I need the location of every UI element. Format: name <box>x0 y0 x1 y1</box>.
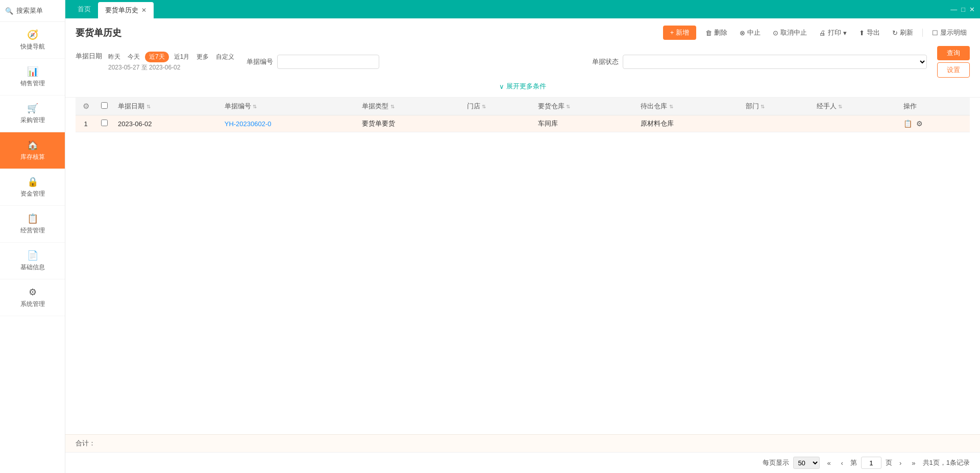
sidebar-item-label: 基础信息 <box>20 263 45 272</box>
select-all-checkbox[interactable] <box>101 102 108 109</box>
query-button[interactable]: 查询 <box>937 46 970 60</box>
checkbox-icon: ☐ <box>932 29 938 37</box>
print-dropdown-icon: ▾ <box>843 29 847 37</box>
bill-no-label: 单据编号 <box>247 57 273 66</box>
prev-page-btn[interactable]: ‹ <box>838 458 846 468</box>
operations-icon: 📋 <box>27 213 38 224</box>
sidebar-item-label: 采购管理 <box>20 116 45 125</box>
expand-button[interactable]: ∨ 展开更多条件 <box>499 82 546 91</box>
th-bill-type: 单据类型 ⇅ <box>357 98 461 115</box>
delete-button[interactable]: 🗑 删除 <box>702 26 730 39</box>
tab-home[interactable]: 首页 <box>70 0 98 18</box>
th-department: 部门 ⇅ <box>741 98 812 115</box>
cell-checkbox <box>96 115 113 132</box>
sales-icon: 📊 <box>27 66 38 77</box>
cancel-stop-button[interactable]: ⊙ 取消中止 <box>770 26 810 39</box>
first-page-btn[interactable]: « <box>824 458 834 468</box>
date-btn-more[interactable]: 更多 <box>194 52 211 62</box>
th-checkbox <box>96 98 113 115</box>
sidebar-item-quick-nav[interactable]: 🧭 快捷导航 <box>0 22 65 59</box>
date-btn-today[interactable]: 今天 <box>126 52 142 62</box>
sort-req-warehouse-icon[interactable]: ⇅ <box>566 104 570 109</box>
sort-pending-warehouse-icon[interactable]: ⇅ <box>669 104 673 109</box>
page-title: 要货单历史 <box>76 27 121 39</box>
sidebar-item-basic-info[interactable]: 📄 基础信息 <box>0 243 65 279</box>
per-page-select[interactable]: 50 100 <box>793 457 820 469</box>
th-date: 单据日期 ⇅ <box>113 98 219 115</box>
sort-bill-type-icon[interactable]: ⇅ <box>390 104 395 109</box>
sidebar-item-inventory[interactable]: 🏠 库存核算 <box>0 132 65 169</box>
inventory-icon: 🏠 <box>27 139 38 151</box>
table-row: 1 2023-06-02 YH-20230602-0 要货单要货 车间库 原材料… <box>76 115 970 132</box>
table-settings-icon[interactable]: ⚙ <box>83 102 89 110</box>
tab-bar: 首页 要货单历史 ✕ — □ ✕ <box>65 0 980 18</box>
status-label: 单据状态 <box>592 57 619 66</box>
bill-no-link[interactable]: YH-20230602-0 <box>225 120 272 128</box>
cell-date: 2023-06-02 <box>113 115 219 132</box>
sidebar-item-finance[interactable]: 🔒 资金管理 <box>0 169 65 206</box>
tab-window-actions: — □ ✕ <box>950 6 975 13</box>
sort-handler-icon[interactable]: ⇅ <box>838 104 842 109</box>
window-maximize[interactable]: □ <box>961 6 965 13</box>
purchase-icon: 🛒 <box>27 103 38 114</box>
refresh-button[interactable]: ↻ 刷新 <box>889 26 916 39</box>
window-minimize[interactable]: — <box>950 6 957 13</box>
status-select[interactable] <box>623 55 927 69</box>
new-button[interactable]: + 新增 <box>663 26 696 40</box>
date-options: 昨天 今天 近7天 近1月 更多 自定义 2023-05-27 至 2023-0… <box>106 52 236 72</box>
action-view-icon[interactable]: 📋 <box>903 120 912 128</box>
sidebar-item-sales[interactable]: 📊 销售管理 <box>0 59 65 96</box>
next-page-btn[interactable]: › <box>896 458 904 468</box>
quick-nav-icon: 🧭 <box>27 29 38 40</box>
last-page-btn[interactable]: » <box>909 458 918 468</box>
cell-action: 📋 ⚙ <box>898 115 970 132</box>
action-edit-icon[interactable]: ⚙ <box>916 120 923 128</box>
th-pending-warehouse: 待出仓库 ⇅ <box>635 98 740 115</box>
main-area: 首页 要货单历史 ✕ — □ ✕ 要货单历史 + 新增 🗑 删除 ⊗ <box>65 0 980 473</box>
current-page-input[interactable] <box>861 457 881 469</box>
date-filter-group: 单据日期 昨天 今天 近7天 近1月 更多 自定义 2023-05-27 至 2… <box>76 52 236 72</box>
sidebar-item-label: 库存核算 <box>20 153 45 161</box>
tab-close-icon[interactable]: ✕ <box>141 7 146 14</box>
sidebar-item-purchase[interactable]: 🛒 采购管理 <box>0 96 65 132</box>
tab-history[interactable]: 要货单历史 ✕ <box>98 2 154 18</box>
stop-button[interactable]: ⊗ 中止 <box>737 26 764 39</box>
finance-icon: 🔒 <box>27 176 38 187</box>
expand-icon: ∨ <box>499 83 504 90</box>
sort-bill-no-icon[interactable]: ⇅ <box>253 104 257 109</box>
date-btn-yesterday[interactable]: 昨天 <box>106 52 122 62</box>
page-suffix: 页 <box>886 458 892 467</box>
sidebar-item-system[interactable]: ⚙ 系统管理 <box>0 279 65 316</box>
show-detail-button[interactable]: ☐ 显示明细 <box>929 26 970 39</box>
sidebar: 🔍 搜索菜单 🧭 快捷导航 📊 销售管理 🛒 采购管理 🏠 库存核算 🔒 资金管… <box>0 0 65 473</box>
sort-department-icon[interactable]: ⇅ <box>761 104 765 109</box>
date-btn-row: 昨天 今天 近7天 近1月 更多 自定义 <box>106 52 236 62</box>
expand-row: ∨ 展开更多条件 <box>76 82 970 91</box>
sidebar-item-label: 销售管理 <box>20 79 45 88</box>
th-settings: ⚙ <box>76 98 96 115</box>
filter-area: 单据日期 昨天 今天 近7天 近1月 更多 自定义 2023-05-27 至 2… <box>65 40 980 98</box>
cell-bill-type: 要货单要货 <box>357 115 461 132</box>
date-btn-custom[interactable]: 自定义 <box>214 52 236 62</box>
export-icon: ⬆ <box>859 29 865 37</box>
print-button[interactable]: 🖨 打印 ▾ <box>816 26 850 39</box>
date-btn-last1month[interactable]: 近1月 <box>172 52 192 62</box>
date-range-display: 2023-05-27 至 2023-06-02 <box>108 63 236 72</box>
sort-store-icon[interactable]: ⇅ <box>482 104 486 109</box>
date-btn-last7[interactable]: 近7天 <box>145 52 169 62</box>
settings-button[interactable]: 设置 <box>937 62 970 78</box>
bill-no-input[interactable] <box>277 55 379 69</box>
delete-icon: 🗑 <box>705 29 712 37</box>
sidebar-search[interactable]: 🔍 搜索菜单 <box>0 0 65 22</box>
table-area: ⚙ 单据日期 ⇅ 单据编号 ⇅ <box>65 98 980 434</box>
cell-index: 1 <box>76 115 96 132</box>
pagination-bar: 每页显示 50 100 « ‹ 第 页 › » 共1页，1条记录 <box>65 452 980 473</box>
export-button[interactable]: ⬆ 导出 <box>856 26 883 39</box>
stop-icon: ⊗ <box>740 29 745 37</box>
sidebar-item-operations[interactable]: 📋 经营管理 <box>0 206 65 243</box>
row-checkbox[interactable] <box>101 120 108 126</box>
data-table: ⚙ 单据日期 ⇅ 单据编号 ⇅ <box>76 98 970 132</box>
window-close[interactable]: ✕ <box>969 6 975 13</box>
date-label: 单据日期 <box>76 52 102 61</box>
sort-date-icon[interactable]: ⇅ <box>146 104 151 109</box>
